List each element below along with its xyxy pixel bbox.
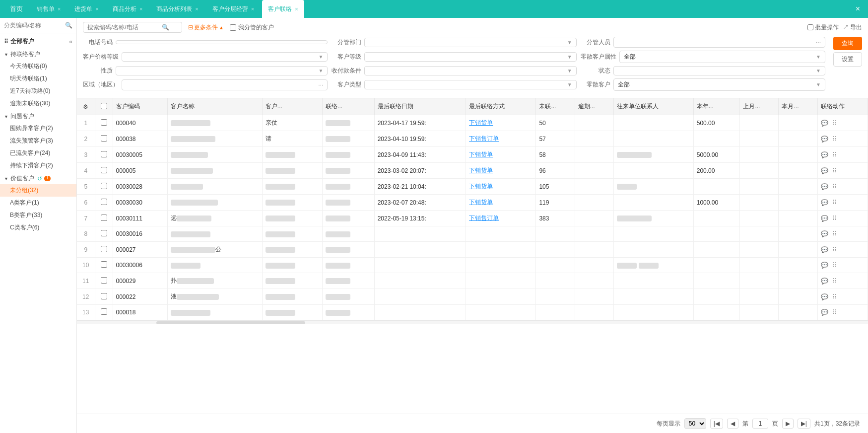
sidebar-item-class-b[interactable]: B类客户(33) xyxy=(0,209,76,221)
chat-icon[interactable]: 💬 xyxy=(821,151,828,158)
row-last-method[interactable] xyxy=(466,242,536,258)
grid-action-icon[interactable]: ⠿ xyxy=(832,183,837,190)
grid-action-icon[interactable]: ⠿ xyxy=(832,293,837,300)
nav-home[interactable]: 首页 xyxy=(4,0,29,18)
close-product-analysis-icon[interactable]: × xyxy=(139,6,142,12)
reset-button[interactable]: 设置 xyxy=(833,52,862,67)
grid-action-icon[interactable]: ⠿ xyxy=(832,215,837,222)
chat-icon[interactable]: 💬 xyxy=(821,278,828,285)
sidebar-item-tomorrow[interactable]: 明天待联络(1) xyxy=(0,72,76,85)
row-last-method[interactable] xyxy=(466,289,536,305)
chat-icon[interactable]: 💬 xyxy=(821,183,828,190)
nav-tab-product-analysis[interactable]: 商品分析 × xyxy=(107,0,148,18)
filter-retail-customer-input[interactable]: 全部▼ xyxy=(613,78,825,91)
per-page-select[interactable]: 50 xyxy=(684,418,706,429)
last-method-link[interactable]: 下销货单 xyxy=(469,119,493,126)
main-search-box[interactable]: 🔍 xyxy=(83,22,182,33)
close-product-list-icon[interactable]: × xyxy=(195,6,198,12)
select-all-checkbox[interactable] xyxy=(101,103,107,109)
row-last-method[interactable]: 下销售订单 xyxy=(466,211,536,226)
chat-icon[interactable]: 💬 xyxy=(821,230,828,237)
row-checkbox[interactable] xyxy=(95,273,113,289)
grid-action-icon[interactable]: ⠿ xyxy=(832,199,837,206)
grid-action-icon[interactable]: ⠿ xyxy=(832,120,837,127)
row-checkbox[interactable] xyxy=(95,147,113,163)
filter-payment-input[interactable]: ▼ xyxy=(364,66,576,75)
chat-icon[interactable]: 💬 xyxy=(821,199,828,206)
sidebar-collapse-icon[interactable]: « xyxy=(69,38,72,45)
sidebar-group-pending[interactable]: ▼ 待联络客户 xyxy=(0,48,76,60)
scrollbar-thumb[interactable] xyxy=(156,321,305,324)
chat-icon[interactable]: 💬 xyxy=(821,262,828,269)
sidebar-item-class-c[interactable]: C类客户(6) xyxy=(0,221,76,234)
sidebar-group-value[interactable]: ▼ 价值客户 ↺ ! xyxy=(0,172,76,184)
sidebar-item-overdue[interactable]: 逾期未联络(30) xyxy=(0,97,76,110)
nav-tab-purchase[interactable]: 进货单 × xyxy=(68,0,104,18)
row-checkbox[interactable] xyxy=(95,305,113,320)
all-customers-label[interactable]: 全部客户 xyxy=(10,37,34,46)
row-last-method[interactable]: 下销货单 xyxy=(466,115,536,131)
grid-action-icon[interactable]: ⠿ xyxy=(832,136,837,143)
filter-nature-input[interactable]: ▼ xyxy=(116,66,328,75)
horizontal-scrollbar[interactable] xyxy=(77,320,868,324)
next-page-button[interactable]: ▶ xyxy=(782,419,794,429)
row-checkbox[interactable] xyxy=(95,179,113,195)
last-method-link[interactable]: 下销货单 xyxy=(469,183,493,190)
row-last-method[interactable] xyxy=(466,305,536,320)
sidebar-item-ungroup[interactable]: 未分组(32) xyxy=(0,184,76,197)
sidebar-item-class-a[interactable]: A类客户(1) xyxy=(0,197,76,209)
sidebar-search-box[interactable]: 🔍 xyxy=(0,18,76,33)
search-button[interactable]: 查询 xyxy=(833,37,862,50)
main-search-icon[interactable]: 🔍 xyxy=(162,24,169,31)
row-checkbox[interactable] xyxy=(95,289,113,305)
row-checkbox[interactable] xyxy=(95,226,113,242)
sidebar-group-problem[interactable]: ▼ 问题客户 xyxy=(0,110,76,122)
nav-tab-product-list[interactable]: 商品分析列表 × xyxy=(150,0,204,18)
last-method-link[interactable]: 下销货单 xyxy=(469,199,493,206)
filter-retail-attr-input[interactable]: 全部▼ xyxy=(619,51,825,63)
grid-action-icon[interactable]: ⠿ xyxy=(832,278,837,285)
grid-action-icon[interactable]: ⠿ xyxy=(832,262,837,269)
grid-action-icon[interactable]: ⠿ xyxy=(832,230,837,237)
filter-region-input[interactable]: ··· xyxy=(122,79,328,90)
grid-action-icon[interactable]: ⠿ xyxy=(832,167,837,174)
last-method-link[interactable]: 下销货单 xyxy=(469,167,493,174)
col-settings[interactable]: ⚙ xyxy=(77,98,95,115)
sidebar-item-7days[interactable]: 近7天待联络(0) xyxy=(0,85,76,97)
refresh-icon[interactable]: ↺ xyxy=(37,175,42,182)
sidebar-item-abnormal[interactable]: 囤购异常客户(2) xyxy=(0,122,76,135)
export-button[interactable]: ↗ 导出 xyxy=(843,23,862,32)
current-page-input[interactable] xyxy=(752,419,768,429)
sidebar-search-icon[interactable]: 🔍 xyxy=(65,22,72,29)
first-page-button[interactable]: |◀ xyxy=(710,419,723,429)
filter-dept-input[interactable]: ▼ xyxy=(364,38,576,47)
sidebar-item-churned[interactable]: 已流失客户(24) xyxy=(0,147,76,159)
grid-action-icon[interactable]: ⠿ xyxy=(832,151,837,158)
row-checkbox[interactable] xyxy=(95,163,113,179)
chat-icon[interactable]: 💬 xyxy=(821,167,828,174)
nav-tab-customer-contact[interactable]: 客户联络 × xyxy=(262,0,304,18)
row-last-method[interactable] xyxy=(466,226,536,242)
filter-staff-input[interactable]: ··· xyxy=(613,37,825,48)
chat-icon[interactable]: 💬 xyxy=(821,215,828,222)
prev-page-button[interactable]: ◀ xyxy=(727,419,738,429)
last-method-link[interactable]: 下销售订单 xyxy=(469,215,499,221)
chat-icon[interactable]: 💬 xyxy=(821,120,828,127)
main-search-input[interactable] xyxy=(87,24,162,31)
row-last-method[interactable] xyxy=(466,258,536,273)
close-customer-layer-icon[interactable]: × xyxy=(251,6,254,12)
close-customer-contact-icon[interactable]: × xyxy=(295,6,298,12)
row-checkbox[interactable] xyxy=(95,115,113,131)
row-last-method[interactable]: 下销货单 xyxy=(466,163,536,179)
row-last-method[interactable]: 下销货单 xyxy=(466,147,536,163)
nav-tab-sales[interactable]: 销售单 × xyxy=(31,0,67,18)
filter-customer-type-input[interactable]: ▼ xyxy=(364,80,576,89)
row-checkbox[interactable] xyxy=(95,211,113,226)
last-page-button[interactable]: ▶| xyxy=(798,419,810,429)
row-last-method[interactable] xyxy=(466,273,536,289)
row-checkbox[interactable] xyxy=(95,242,113,258)
chat-icon[interactable]: 💬 xyxy=(821,309,828,316)
batch-operate-button[interactable]: 批量操作 xyxy=(807,23,839,32)
filter-phone-input[interactable] xyxy=(116,40,328,44)
row-last-method[interactable]: 下销货单 xyxy=(466,179,536,195)
